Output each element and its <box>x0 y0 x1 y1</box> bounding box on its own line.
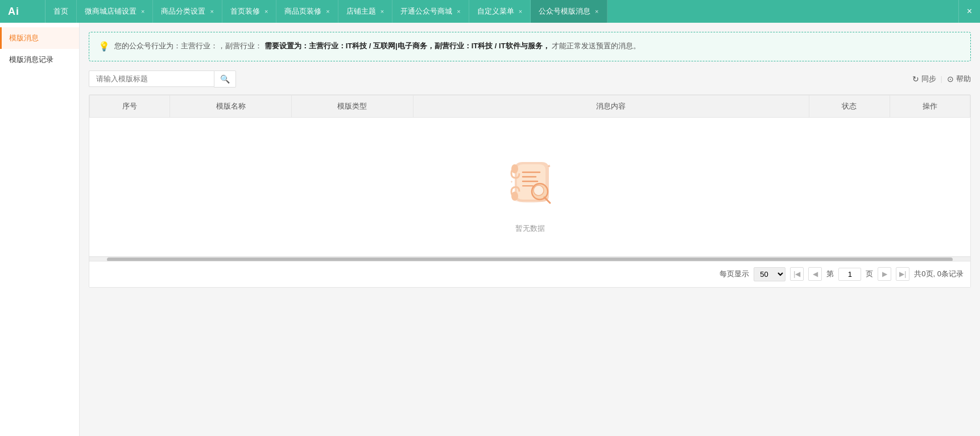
notice-text: 您的公众号行业为：主营行业：，副营行业： 需要设置为：主营行业：IT科技 / 互… <box>114 40 640 52</box>
help-button[interactable]: ⊙ 帮助 <box>947 74 971 84</box>
nav-tab-3[interactable]: 首页装修× <box>222 0 276 23</box>
page-label-before: 第 <box>826 269 834 279</box>
nav-tab-0[interactable]: 首页 <box>46 0 77 23</box>
table-col-1: 模版名称 <box>170 95 292 117</box>
pagination-bar: 每页显示 50 20 100 |◀ ◀ 第 页 ▶ ▶| 共0页, 0条记录 <box>89 261 970 287</box>
nav-tab-close-2[interactable]: × <box>210 8 213 15</box>
nav-tab-label-8: 公众号模版消息 <box>539 6 590 16</box>
notice-box: 💡 您的公众号行业为：主营行业：，副营行业： 需要设置为：主营行业：IT科技 /… <box>89 32 971 61</box>
svg-point-8 <box>534 185 544 196</box>
nav-tab-close-1[interactable]: × <box>141 8 144 15</box>
nav-tab-close-4[interactable]: × <box>326 8 329 15</box>
nav-tab-close-3[interactable]: × <box>264 8 268 15</box>
nav-tab-6[interactable]: 开通公众号商城× <box>392 0 469 23</box>
divider: | <box>941 74 942 83</box>
table-col-0: 序号 <box>90 95 170 117</box>
empty-text: 暂无数据 <box>515 223 545 234</box>
nav-tab-label-3: 首页装修 <box>230 6 260 16</box>
nav-tab-label-1: 微商城店铺设置 <box>85 6 137 16</box>
sidebar: 模版消息模版消息记录 <box>0 23 80 436</box>
sidebar-item-1[interactable]: 模版消息记录 <box>0 49 79 70</box>
horizontal-scrollbar[interactable] <box>89 256 970 261</box>
nav-tab-label-5: 店铺主题 <box>346 6 376 16</box>
page-number-input[interactable] <box>838 268 861 281</box>
svg-text:✦: ✦ <box>547 164 551 169</box>
table-col-3: 消息内容 <box>413 95 809 117</box>
logo: Ai <box>0 0 46 23</box>
nav-tab-close-5[interactable]: × <box>381 8 384 15</box>
sync-button[interactable]: ↻ 同步 <box>912 74 936 84</box>
close-all-tabs-button[interactable]: × <box>958 0 980 23</box>
svg-point-6 <box>511 192 518 201</box>
total-info: 共0页, 0条记录 <box>914 269 964 279</box>
nav-tab-label-0: 首页 <box>53 6 68 16</box>
table-container: 序号模版名称模版类型消息内容状态操作 <box>89 94 971 288</box>
nav-tab-label-4: 商品页装修 <box>284 6 321 16</box>
next-page-button[interactable]: ▶ <box>878 267 891 281</box>
svg-point-5 <box>511 164 518 173</box>
empty-icon: ✦ ✦ <box>499 152 561 214</box>
table-col-4: 状态 <box>809 95 890 117</box>
search-bar: 🔍 ↻ 同步 | ⊙ 帮助 <box>89 70 971 88</box>
page-size-label: 每页显示 <box>720 269 749 279</box>
nav-tab-close-6[interactable]: × <box>457 8 460 15</box>
search-icon: 🔍 <box>220 74 230 84</box>
search-button[interactable]: 🔍 <box>214 70 236 88</box>
top-navigation: Ai 首页微商城店铺设置×商品分类设置×首页装修×商品页装修×店铺主题×开通公众… <box>0 0 980 23</box>
nav-tab-4[interactable]: 商品页装修× <box>276 0 338 23</box>
page-label-after: 页 <box>866 269 873 279</box>
first-page-button[interactable]: |◀ <box>790 267 804 281</box>
page-size-select[interactable]: 50 20 100 <box>754 267 785 281</box>
nav-tab-close-8[interactable]: × <box>595 8 598 15</box>
prev-page-button[interactable]: ◀ <box>808 267 822 281</box>
search-input[interactable] <box>89 70 214 87</box>
svg-text:✦: ✦ <box>510 180 513 184</box>
nav-tab-label-6: 开通公众号商城 <box>400 6 452 16</box>
nav-tab-2[interactable]: 商品分类设置× <box>153 0 222 23</box>
sidebar-item-0[interactable]: 模版消息 <box>0 27 79 49</box>
notice-icon: 💡 <box>98 39 110 54</box>
nav-tab-label-7: 自定义菜单 <box>477 6 514 16</box>
search-left: 🔍 <box>89 70 236 88</box>
table-col-2: 模版类型 <box>291 95 413 117</box>
main-layout: 模版消息模版消息记录 💡 您的公众号行业为：主营行业：，副营行业： 需要设置为：… <box>0 23 980 436</box>
search-right: ↻ 同步 | ⊙ 帮助 <box>912 74 971 84</box>
content-area: 💡 您的公众号行业为：主营行业：，副营行业： 需要设置为：主营行业：IT科技 /… <box>80 23 980 436</box>
nav-tab-7[interactable]: 自定义菜单× <box>469 0 531 23</box>
help-icon: ⊙ <box>947 74 954 84</box>
table-col-5: 操作 <box>890 95 970 117</box>
nav-tab-5[interactable]: 店铺主题× <box>338 0 392 23</box>
nav-tab-1[interactable]: 微商城店铺设置× <box>77 0 153 23</box>
data-table: 序号模版名称模版类型消息内容状态操作 <box>89 95 970 256</box>
empty-state: ✦ ✦ 暂无数据 <box>90 118 970 256</box>
last-page-button[interactable]: ▶| <box>896 267 909 281</box>
table-header: 序号模版名称模版类型消息内容状态操作 <box>90 95 970 117</box>
nav-tab-close-7[interactable]: × <box>519 8 522 15</box>
nav-tab-label-2: 商品分类设置 <box>161 6 205 16</box>
sync-icon: ↻ <box>912 74 919 84</box>
nav-tab-8[interactable]: 公众号模版消息× <box>531 0 607 23</box>
scrollbar-thumb[interactable] <box>107 258 953 261</box>
